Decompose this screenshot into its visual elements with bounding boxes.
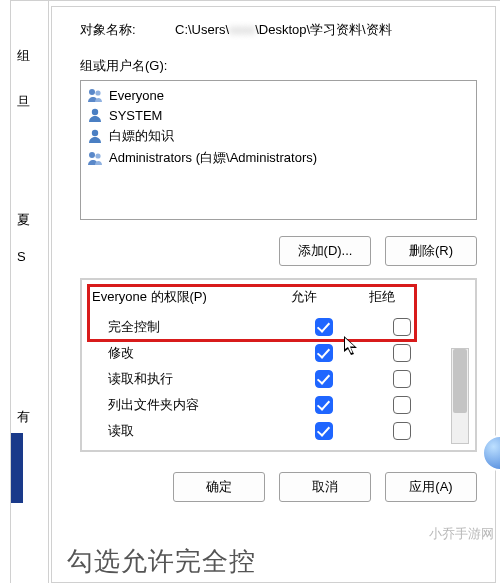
permissions-title: Everyone 的权限(P) <box>92 288 265 306</box>
user-name-label: Everyone <box>109 88 164 103</box>
permission-label: 读取和执行 <box>108 370 285 388</box>
allow-checkbox[interactable] <box>315 370 333 388</box>
permission-label: 列出文件夹内容 <box>108 396 285 414</box>
allow-column-header: 允许 <box>265 288 343 306</box>
permission-row: 读取 <box>92 418 465 444</box>
svg-point-5 <box>95 153 100 158</box>
deny-checkbox[interactable] <box>393 396 411 414</box>
deny-checkbox[interactable] <box>393 318 411 336</box>
group-icon <box>87 87 103 103</box>
left-panel-accent <box>11 433 23 503</box>
svg-point-1 <box>95 90 100 95</box>
permission-row: 列出文件夹内容 <box>92 392 465 418</box>
permission-row: 读取和执行 <box>92 366 465 392</box>
left-fragment: 旦 <box>11 91 48 113</box>
svg-point-3 <box>92 130 98 136</box>
ok-button[interactable]: 确定 <box>173 472 265 502</box>
user-list-item[interactable]: 白嫖的知识 <box>87 125 470 147</box>
user-icon <box>87 128 103 144</box>
svg-point-4 <box>89 152 95 158</box>
instruction-caption: 勾选允许完全控 <box>67 544 256 579</box>
permission-label: 完全控制 <box>108 318 285 336</box>
allow-checkbox[interactable] <box>315 344 333 362</box>
watermark-text: 小乔手游网 <box>429 525 494 543</box>
scrollbar-thumb[interactable] <box>453 349 467 413</box>
permission-row: 修改 <box>92 340 465 366</box>
cancel-button[interactable]: 取消 <box>279 472 371 502</box>
user-icon <box>87 107 103 123</box>
group-icon <box>87 150 103 166</box>
permissions-scrollbar[interactable] <box>451 348 469 444</box>
allow-checkbox[interactable] <box>315 318 333 336</box>
add-button[interactable]: 添加(D)... <box>279 236 371 266</box>
apply-button[interactable]: 应用(A) <box>385 472 477 502</box>
left-fragment: 有 <box>11 406 48 428</box>
deny-checkbox[interactable] <box>393 344 411 362</box>
svg-point-2 <box>92 109 98 115</box>
permission-label: 读取 <box>108 422 285 440</box>
left-fragment: 夏 <box>11 209 48 231</box>
remove-button[interactable]: 删除(R) <box>385 236 477 266</box>
permission-row: 完全控制 <box>92 314 465 340</box>
allow-checkbox[interactable] <box>315 396 333 414</box>
left-fragment: 组 <box>11 45 48 67</box>
allow-checkbox[interactable] <box>315 422 333 440</box>
user-list-item[interactable]: Everyone <box>87 85 470 105</box>
user-name-label: SYSTEM <box>109 108 162 123</box>
security-tab-panel: 对象名称: C:\Users\xxxx\Desktop\学习资料\资料 组或用户… <box>51 6 496 583</box>
permissions-panel: Everyone 的权限(P) 允许 拒绝 完全控制修改读取和执行列出文件夹内容… <box>80 278 477 452</box>
deny-checkbox[interactable] <box>393 370 411 388</box>
user-list-item[interactable]: Administrators (白嫖\Administrators) <box>87 147 470 169</box>
deny-checkbox[interactable] <box>393 422 411 440</box>
svg-point-0 <box>89 89 95 95</box>
user-name-label: 白嫖的知识 <box>109 127 174 145</box>
truncated-left-panel: 组 旦 夏 S 有 <box>11 1 49 583</box>
permission-label: 修改 <box>108 344 285 362</box>
user-list-item[interactable]: SYSTEM <box>87 105 470 125</box>
left-fragment: S <box>11 247 48 266</box>
object-name-path: C:\Users\xxxx\Desktop\学习资料\资料 <box>175 21 477 39</box>
user-name-label: Administrators (白嫖\Administrators) <box>109 149 317 167</box>
object-name-label: 对象名称: <box>80 21 175 39</box>
deny-column-header: 拒绝 <box>343 288 421 306</box>
groups-users-label: 组或用户名(G): <box>80 57 477 75</box>
users-listbox[interactable]: EveryoneSYSTEM白嫖的知识Administrators (白嫖\Ad… <box>80 80 477 220</box>
